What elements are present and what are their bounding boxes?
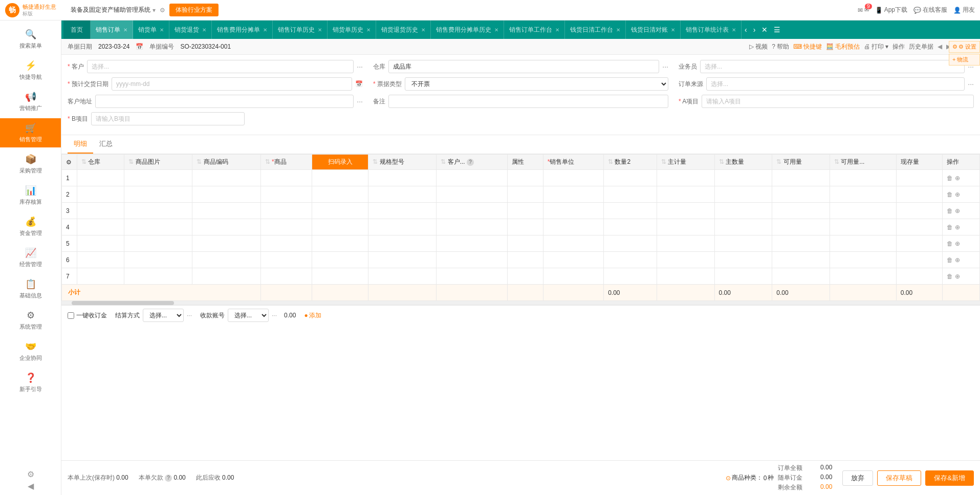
tab-sales-bill-history[interactable]: 销货单历史 ✕ bbox=[328, 20, 376, 39]
row-2-unit[interactable] bbox=[543, 186, 603, 203]
tab-close-icon[interactable]: ✕ bbox=[555, 27, 559, 33]
copy-icon[interactable]: ⊕ bbox=[955, 256, 960, 264]
row-4-qty2[interactable] bbox=[604, 219, 657, 235]
row-7-current[interactable] bbox=[896, 268, 942, 285]
row-6-image[interactable] bbox=[124, 252, 192, 268]
tab-close-icon[interactable]: ✕ bbox=[123, 27, 127, 33]
sidebar-item-operation[interactable]: 📈 经营管理 bbox=[0, 243, 61, 272]
col-settings[interactable]: ⚙ bbox=[62, 155, 77, 170]
print-btn[interactable]: 🖨 打印 ▾ bbox=[864, 42, 888, 51]
tab-close-icon[interactable]: ✕ bbox=[160, 27, 164, 33]
sidebar-item-marketing[interactable]: 📢 营销推广 bbox=[0, 87, 61, 116]
addr-more-icon[interactable]: ··· bbox=[357, 97, 363, 105]
row-5-goods[interactable] bbox=[260, 235, 312, 252]
row-1-unit[interactable] bbox=[543, 170, 603, 186]
row-6-available[interactable] bbox=[772, 252, 830, 268]
customer-input[interactable] bbox=[87, 60, 354, 73]
order-source-more-icon[interactable]: ··· bbox=[968, 80, 974, 88]
row-6-attribute[interactable] bbox=[508, 252, 543, 268]
row-7-available[interactable] bbox=[772, 268, 830, 285]
row-5-current[interactable] bbox=[896, 235, 942, 252]
tab-sales-return[interactable]: 销货退货 ✕ bbox=[169, 20, 212, 39]
help-btn[interactable]: ? 帮助 bbox=[772, 42, 789, 51]
row-7-goods[interactable] bbox=[260, 268, 312, 285]
sidebar-collapse-btn[interactable]: ◀ bbox=[28, 481, 34, 491]
tab-sales-order[interactable]: 销售订单 ✕ bbox=[91, 20, 133, 39]
copy-icon[interactable]: ⊕ bbox=[955, 273, 960, 280]
row-4-main-unit[interactable] bbox=[657, 219, 714, 235]
row-7-warehouse[interactable] bbox=[77, 268, 124, 285]
operate-btn[interactable]: 操作 bbox=[892, 42, 905, 51]
date-picker-icon[interactable]: 📅 bbox=[136, 43, 143, 50]
row-4-spec[interactable] bbox=[368, 219, 437, 235]
row-2-available2[interactable] bbox=[830, 186, 896, 203]
order-source-input[interactable] bbox=[706, 77, 965, 91]
tab-sales-bill[interactable]: 销货单 ✕ bbox=[133, 20, 169, 39]
copy-icon[interactable]: ⊕ bbox=[955, 207, 960, 214]
row-3-image[interactable] bbox=[124, 203, 192, 219]
row-1-available[interactable] bbox=[772, 170, 830, 186]
tab-sales-workbench[interactable]: 销售订单工作台 ✕ bbox=[504, 20, 565, 39]
row-2-main-unit[interactable] bbox=[657, 186, 714, 203]
tab-close-icon[interactable]: ✕ bbox=[202, 27, 206, 33]
sidebar-item-finance[interactable]: 💰 资金管理 bbox=[0, 212, 61, 241]
delivery-date-icon[interactable]: 📅 bbox=[355, 80, 363, 88]
view-btn[interactable]: ▷ 视频 bbox=[749, 42, 768, 51]
account-more-icon[interactable]: ··· bbox=[272, 312, 277, 319]
quick-settle-checkbox[interactable] bbox=[68, 312, 74, 319]
row-3-customer-code[interactable] bbox=[437, 203, 508, 219]
row-4-available[interactable] bbox=[772, 219, 830, 235]
row-4-available2[interactable] bbox=[830, 219, 896, 235]
copy-icon[interactable]: ⊕ bbox=[955, 240, 960, 247]
dropdown-arrow-icon[interactable]: ▾ bbox=[153, 7, 156, 14]
row-1-customer-code[interactable] bbox=[437, 170, 508, 186]
row-3-qty2[interactable] bbox=[604, 203, 657, 219]
account-select[interactable]: 选择... bbox=[228, 309, 269, 322]
settings-panel-btn[interactable]: ⚙ ⚙ 设置 bbox=[949, 41, 980, 53]
row-6-available2[interactable] bbox=[830, 252, 896, 268]
sidebar-item-nav[interactable]: ⚡ 快捷导航 bbox=[0, 56, 61, 85]
copy-icon[interactable]: ⊕ bbox=[955, 191, 960, 198]
row-3-main-qty[interactable] bbox=[714, 203, 772, 219]
sidebar-settings-btn[interactable]: ⚙ bbox=[27, 469, 34, 479]
row-2-main-qty[interactable] bbox=[714, 186, 772, 203]
row-1-main-unit[interactable] bbox=[657, 170, 714, 186]
prev-record-btn[interactable]: ◀ bbox=[938, 43, 942, 50]
row-5-attribute[interactable] bbox=[508, 235, 543, 252]
row-2-goods[interactable] bbox=[260, 186, 312, 203]
tab-close-all-btn[interactable]: ✕ bbox=[758, 26, 771, 34]
warehouse-more-icon[interactable]: ··· bbox=[662, 62, 668, 71]
tab-close-icon[interactable]: ✕ bbox=[263, 27, 267, 33]
row-4-image[interactable] bbox=[124, 219, 192, 235]
row-5-spec[interactable] bbox=[368, 235, 437, 252]
tab-sales-expense[interactable]: 销售费用分摊单 ✕ bbox=[212, 20, 273, 39]
row-1-attribute[interactable] bbox=[508, 170, 543, 186]
row-2-code[interactable] bbox=[192, 186, 260, 203]
row-2-current[interactable] bbox=[896, 186, 942, 203]
row-3-goods[interactable] bbox=[260, 203, 312, 219]
shortcut-btn[interactable]: ⌨ 快捷键 bbox=[793, 42, 822, 51]
row-4-goods[interactable] bbox=[260, 219, 312, 235]
sidebar-item-enterprise[interactable]: 🤝 企业协同 bbox=[0, 337, 61, 366]
user-area[interactable]: 👤 用友 bbox=[953, 6, 975, 14]
row-5-customer-code[interactable] bbox=[437, 235, 508, 252]
copy-icon[interactable]: ⊕ bbox=[955, 175, 960, 182]
row-7-customer-code[interactable] bbox=[437, 268, 508, 285]
sidebar-item-guide[interactable]: ❓ 新手引导 bbox=[0, 368, 61, 397]
app-download-btn[interactable]: 📱 App下载 bbox=[875, 6, 907, 14]
a-project-input[interactable] bbox=[702, 95, 974, 108]
row-2-attribute[interactable] bbox=[508, 186, 543, 203]
sidebar-item-inventory[interactable]: 📊 库存核算 bbox=[0, 181, 61, 210]
delete-icon[interactable]: 🗑 bbox=[947, 240, 953, 247]
row-6-unit[interactable] bbox=[543, 252, 603, 268]
save-draft-btn[interactable]: 保存草稿 bbox=[877, 470, 921, 486]
row-1-main-qty[interactable] bbox=[714, 170, 772, 186]
row-3-attribute[interactable] bbox=[508, 203, 543, 219]
customer-more-icon[interactable]: ··· bbox=[357, 62, 363, 71]
row-6-customer-code[interactable] bbox=[437, 252, 508, 268]
row-3-warehouse[interactable] bbox=[77, 203, 124, 219]
row-7-qty2[interactable] bbox=[604, 268, 657, 285]
tab-cash-workbench[interactable]: 钱货日清工作台 ✕ bbox=[565, 20, 626, 39]
sidebar-item-basic[interactable]: 📋 基础信息 bbox=[0, 274, 61, 304]
detail-tab-summary[interactable]: 汇总 bbox=[93, 135, 119, 154]
